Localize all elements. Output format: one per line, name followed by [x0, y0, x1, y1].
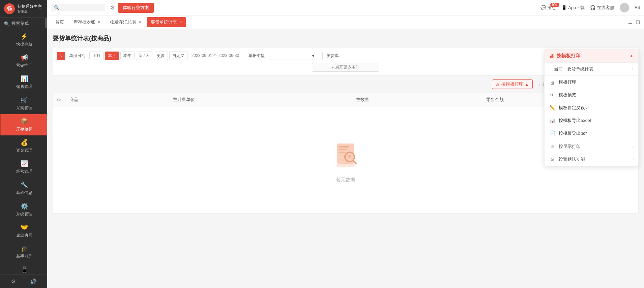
system-icon: ⚙️ [21, 202, 28, 210]
type-select[interactable]: ▾ [269, 52, 323, 60]
tab-stock-summary-close[interactable]: ✕ [138, 20, 141, 24]
online-service-item[interactable]: 🎧 在线客服 [590, 5, 614, 11]
empty-illustration [329, 137, 362, 171]
sidebar-item-quick-nav[interactable]: ⚡ 快捷导航 [0, 29, 47, 51]
dropdown-item-preview[interactable]: 👁 模板预览 [545, 89, 638, 101]
dropdown-sub-display-print[interactable]: 🖥 按显示打印 › [545, 140, 638, 153]
sidebar-bottom: ⚙ 🔊 [0, 275, 47, 288]
svg-point-0 [335, 163, 356, 167]
svg-point-7 [348, 155, 351, 158]
date-btn-more[interactable]: 更多 [154, 52, 168, 60]
expand-more-btn[interactable]: ▾ 展开更多条件 [312, 63, 379, 72]
date-btn-last-month[interactable]: 上月 [89, 52, 104, 60]
content-area: 要货单统计表(按商品) › 单据日期 上月 本月 本年 近7天 更多 自定义 2… [47, 29, 644, 288]
display-print-arrow-icon: › [632, 144, 634, 149]
sidebar-item-management[interactable]: 📈 经营管理 [0, 157, 47, 178]
sidebar-item-label: 营销推广 [16, 63, 32, 68]
print-icon: 🖨 [549, 79, 555, 85]
tab-window-minimize-icon[interactable]: 🗕 [627, 19, 633, 25]
dropdown-item-export-pdf[interactable]: 📄 按模板导出pdf [545, 127, 638, 140]
excel-icon: 📊 [549, 118, 555, 124]
svg-rect-2 [339, 146, 349, 148]
sidebar-item-finance[interactable]: 💰 资金管理 [0, 135, 47, 157]
app-download-label: App下载 [568, 5, 585, 11]
app-name: 畅捷通好生意 [18, 4, 42, 9]
dropdown-item-custom-design[interactable]: ✏️ 模板自定义设计 [545, 101, 638, 114]
table-header-settings[interactable]: ⚙ [53, 93, 65, 106]
sidebar-item-inventory[interactable]: 📦 库存核算 [0, 114, 47, 135]
table-header-unit: 主计量单位 [169, 93, 352, 106]
filter-toggle-btn[interactable]: › [57, 52, 65, 60]
topbar-search-icon: 🔍 [54, 5, 59, 10]
goods-type-label: 要货单 [327, 53, 339, 59]
topbar-search-box[interactable]: 🔍 [51, 4, 105, 11]
sidebar-item-marketing[interactable]: 📢 营销推广 [0, 51, 47, 72]
date-btn-custom[interactable]: 自定义 [169, 52, 187, 60]
tab-inventory-batch-close[interactable]: ✕ [97, 20, 100, 24]
dropdown-header[interactable]: 🖨 按模板打印 ▲ [545, 50, 638, 63]
sidebar-item-label: 企业协同 [16, 232, 32, 238]
dropdown-current-item[interactable]: 当前：要货单统计表 › [545, 63, 638, 75]
enterprise-icon: 🤝 [21, 224, 28, 231]
dropdown-item-print[interactable]: 🖨 模板打印 [545, 76, 638, 89]
display-print-icon: 🖥 [549, 144, 555, 149]
user-avatar[interactable] [620, 3, 629, 12]
tab-window-maximize-icon[interactable]: ⊡ [636, 19, 640, 25]
topbar-search-input[interactable] [61, 5, 95, 10]
type-label: 单据类型 [248, 53, 265, 59]
table-header-quantity: 主数量 [352, 93, 482, 106]
topbar-right: 💬 消息 99+ 📱 App下载 🎧 在线客服 Rit [540, 3, 640, 12]
tab-stock-summary-label: 收发存汇总表 [110, 19, 136, 25]
sidebar-item-basics[interactable]: 🔧 基础信息 [0, 178, 47, 199]
sidebar-nav: ⚡ 快捷导航 📢 营销推广 📊 销售管理 🛒 采购管理 📦 库存核算 💰 资金管… [0, 29, 47, 275]
default-settings-icon: ⚙ [549, 157, 555, 162]
finance-icon: 💰 [21, 139, 28, 146]
tab-order-stats[interactable]: 要货单统计表 ✕ [147, 17, 186, 27]
search-menu-item[interactable]: 🔍 搜索菜单 [0, 18, 47, 29]
tab-stock-summary[interactable]: 收发存汇总表 ✕ [106, 17, 145, 27]
table-header-goods: 商品 [65, 93, 169, 106]
home-label: 首页 [55, 19, 64, 25]
tabbar-right-controls: 🗕 ⊡ [627, 19, 640, 25]
sidebar-item-apps[interactable]: 📱 应用中心 [0, 263, 47, 275]
sidebar-item-system[interactable]: ⚙️ 系统管理 [0, 199, 47, 220]
search-menu-label: 搜索菜单 [11, 21, 29, 27]
app-download-item[interactable]: 📱 App下载 [561, 5, 585, 11]
marketing-icon: 📢 [21, 54, 28, 61]
search-icon: 🔍 [4, 21, 9, 26]
trial-button[interactable]: 体验行业方案 [118, 3, 154, 13]
online-service-label: 在线客服 [597, 5, 614, 11]
purchase-icon: 🛒 [21, 96, 28, 104]
sidebar-item-label: 销售管理 [16, 84, 32, 90]
sidebar-item-purchase[interactable]: 🛒 采购管理 [0, 93, 47, 114]
dropdown-printer-icon: 🖨 [549, 53, 554, 59]
pdf-icon: 📄 [549, 130, 555, 136]
sidebar-item-sales[interactable]: 📊 销售管理 [0, 72, 47, 93]
print-template-btn[interactable]: 🖨 按模板打印 ▲ [492, 79, 533, 89]
date-btn-this-month[interactable]: 本月 [105, 52, 119, 60]
topbar-gear-icon[interactable]: ⚙ [110, 4, 115, 11]
sound-icon[interactable]: 🔊 [30, 278, 37, 285]
dropdown-item-export-excel[interactable]: 📊 按模板导出excel [545, 114, 638, 127]
print-template-label: 按模板打印 [501, 81, 523, 87]
tab-order-stats-close[interactable]: ✕ [179, 20, 182, 24]
settings-bottom-icon[interactable]: ⚙ [11, 278, 16, 285]
dropdown-item-excel-label: 按模板导出excel [559, 118, 591, 124]
message-item[interactable]: 💬 消息 99+ [540, 5, 556, 11]
sidebar-item-enterprise[interactable]: 🤝 企业协同 [0, 220, 47, 242]
quick-nav-icon: ⚡ [21, 33, 28, 40]
sales-icon: 📊 [21, 75, 28, 83]
tab-home[interactable]: 首页 [51, 17, 68, 27]
dropdown-sub-display-label: 按显示打印 [559, 143, 581, 150]
date-btn-7days[interactable]: 近7天 [136, 52, 152, 60]
headset-icon: 🎧 [590, 5, 595, 10]
printer-icon: 🖨 [496, 82, 500, 87]
sidebar-item-label: 经营管理 [16, 169, 32, 174]
username-label: Rit [635, 5, 640, 10]
sidebar-item-label: 新手引导 [16, 254, 32, 259]
sidebar-item-guide[interactable]: 🎓 新手引导 [0, 242, 47, 263]
type-select-chevron: ▾ [312, 54, 314, 58]
tab-inventory-batch[interactable]: 库存批次账 ✕ [69, 17, 105, 27]
dropdown-sub-default-settings[interactable]: ⚙ 设置默认功能 › [545, 153, 638, 166]
date-btn-this-year[interactable]: 本年 [120, 52, 135, 60]
